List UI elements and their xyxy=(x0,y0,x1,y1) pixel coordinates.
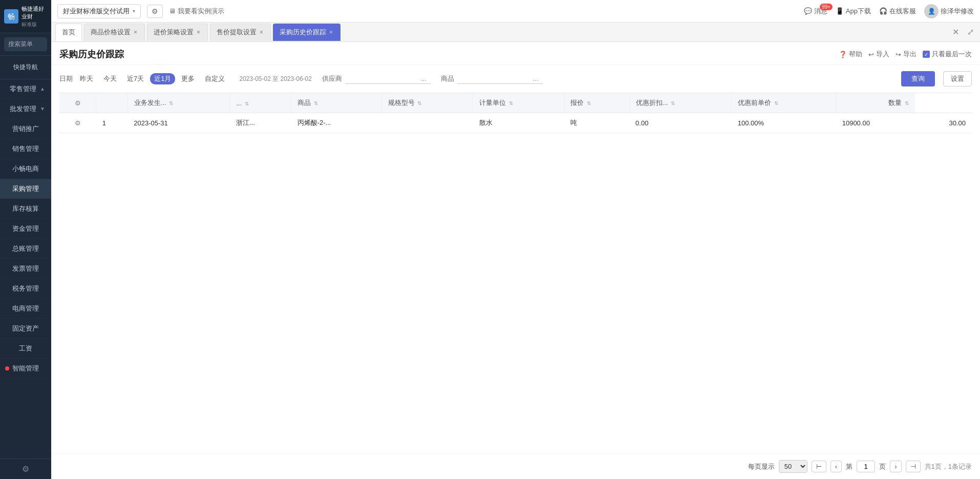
version-selector[interactable]: 好业财标准版交付试用 ▾ xyxy=(57,4,141,18)
sidebar-item-tax[interactable]: 税务管理 xyxy=(0,279,51,299)
row-quantity: 30.00 xyxy=(915,113,972,133)
goods-filter-group: 商品 ... xyxy=(441,74,543,84)
tab-purchase-history[interactable]: 采购历史价跟踪 × xyxy=(273,24,340,41)
tab-close-icon[interactable]: × xyxy=(196,29,201,36)
sort-icon: ⇅ xyxy=(245,101,249,106)
last-page-button[interactable]: ⊣ xyxy=(906,461,921,472)
pagination: 每页显示 50 10 20 100 ⊢ ‹ 第 页 › ⊣ 共1页，1条记录 xyxy=(51,453,980,479)
supplier-input[interactable] xyxy=(347,75,419,82)
tab-purchase-strategy-label: 进价策略设置 xyxy=(154,28,194,37)
per-page-select[interactable]: 50 10 20 100 xyxy=(779,460,807,473)
user-menu-button[interactable]: 👤 徐泽华修改 xyxy=(924,4,974,18)
table-area: ⚙ 业务发生... ⇅ ... ⇅ 商品 ⇅ xyxy=(51,93,980,453)
tab-purchase-strategy[interactable]: 进价策略设置 × xyxy=(147,24,208,41)
table-header-row: ⚙ 业务发生... ⇅ ... ⇅ 商品 ⇅ xyxy=(59,93,972,113)
row-supplier: 浙江... xyxy=(230,113,291,133)
online-service-button[interactable]: 🎧 在线客服 xyxy=(879,7,916,16)
table-header-discount[interactable]: 优惠折扣... ⇅ xyxy=(629,93,732,113)
goods-dots-button[interactable]: ... xyxy=(531,75,541,82)
sidebar-item-inventory[interactable]: 库存核算 xyxy=(0,199,51,219)
table-header-quantity[interactable]: 数量 ⇅ xyxy=(836,93,915,113)
table-header-unit[interactable]: 计量单位 ⇅ xyxy=(473,93,564,113)
date-btn-custom[interactable]: 自定义 xyxy=(201,73,229,84)
sidebar-item-ecommerce[interactable]: 电商管理 xyxy=(0,299,51,319)
tab-close-icon[interactable]: × xyxy=(133,29,138,36)
table-header-price[interactable]: 报价 ⇅ xyxy=(564,93,629,113)
sidebar-item-invoice[interactable]: 发票管理 xyxy=(0,259,51,279)
app-download-label: App下载 xyxy=(846,7,871,16)
sidebar-quicknav-area[interactable]: 快捷导航 xyxy=(0,56,51,79)
topbar-settings-button[interactable]: ⚙ xyxy=(147,5,163,18)
sidebar-search-area[interactable]: 搜索菜单 xyxy=(0,33,51,56)
next-page-button[interactable]: › xyxy=(890,461,901,472)
search-menu-button[interactable]: 搜索菜单 xyxy=(4,37,47,51)
sidebar-item-sales[interactable]: 销售管理 xyxy=(0,139,51,159)
table-header-date[interactable]: 业务发生... ⇅ xyxy=(127,93,230,113)
demo-label: 我要看实例演示 xyxy=(178,7,224,16)
sort-icon: ⇅ xyxy=(509,100,513,106)
table-header-date-label: 业务发生... xyxy=(134,99,166,106)
demo-link[interactable]: 🖥 我要看实例演示 xyxy=(169,7,224,16)
tab-close-icon[interactable]: × xyxy=(328,29,334,36)
chevron-down-icon: ▾ xyxy=(133,8,135,14)
row-gear[interactable]: ⚙ xyxy=(59,113,96,133)
prev-page-button[interactable]: ‹ xyxy=(830,461,842,472)
version-label: 好业财标准版交付试用 xyxy=(63,7,130,16)
date-btn-7days[interactable]: 近7天 xyxy=(123,73,148,84)
app-download-button[interactable]: 📱 App下载 xyxy=(836,7,871,16)
sidebar-item-marketing[interactable]: 营销推广 xyxy=(0,119,51,139)
close-button[interactable]: ✕ xyxy=(950,26,961,38)
chevron-icon: ▼ xyxy=(40,106,45,112)
sidebar-item-finance[interactable]: 资金管理 xyxy=(0,219,51,239)
tab-close-icon[interactable]: × xyxy=(259,29,264,36)
table-header-pre-discount-price[interactable]: 优惠前单价 ⇅ xyxy=(732,93,836,113)
sidebar-item-fixed-assets[interactable]: 固定资产 xyxy=(0,319,51,339)
sort-icon: ⇅ xyxy=(774,100,778,106)
only-last-checkbox[interactable]: ✓ 只看最后一次 xyxy=(923,50,972,59)
sort-icon: ⇅ xyxy=(314,100,318,106)
sidebar-item-purchase[interactable]: 采购管理 xyxy=(0,179,51,199)
row-price-unit: 吨 xyxy=(564,113,629,133)
date-range-display: 2023-05-02 至 2023-06-02 xyxy=(239,75,311,83)
logo-title: 畅捷通好业财 xyxy=(22,5,47,21)
help-button[interactable]: ❓ 帮助 xyxy=(839,50,862,59)
date-btn-yesterday[interactable]: 昨天 xyxy=(76,73,97,84)
table-header-gear[interactable]: ⚙ xyxy=(59,93,96,113)
page-number-input[interactable] xyxy=(857,461,875,472)
sidebar-item-smart[interactable]: 智能管理 xyxy=(0,359,51,379)
sidebar-item-general-ledger[interactable]: 总账管理 xyxy=(0,239,51,259)
tab-goods-price[interactable]: 商品价格设置 × xyxy=(84,24,145,41)
page-label: 页 xyxy=(879,462,886,471)
message-icon: 💬 xyxy=(804,7,812,15)
maximize-button[interactable]: ⤢ xyxy=(965,26,976,38)
tab-sale-price[interactable]: 售价提取设置 × xyxy=(210,24,271,41)
import-button[interactable]: ↩ 导入 xyxy=(868,50,889,59)
message-button[interactable]: 💬 消息 99+ xyxy=(804,7,827,16)
filter-settings-button[interactable]: 设置 xyxy=(943,71,972,86)
quick-nav-button[interactable]: 快捷导航 xyxy=(4,60,47,75)
date-filter-label: 日期 xyxy=(59,74,73,83)
tab-home[interactable]: 首页 xyxy=(55,24,82,41)
row-discount: 100.00% xyxy=(732,113,836,133)
sidebar-settings-button[interactable]: ⚙ xyxy=(22,464,29,474)
query-button[interactable]: 查询 xyxy=(901,71,935,86)
action-buttons: 查询 设置 xyxy=(901,71,972,86)
sidebar-item-wholesale[interactable]: 批发管理 ▼ xyxy=(0,99,51,119)
date-btn-today[interactable]: 今天 xyxy=(99,73,121,84)
date-btn-1month[interactable]: 近1月 xyxy=(150,73,175,84)
row-unit: 散水 xyxy=(473,113,564,133)
table-header-spec[interactable]: 规格型号 ⇅ xyxy=(381,93,473,113)
import-icon: ↩ xyxy=(868,51,874,58)
date-btn-more[interactable]: 更多 xyxy=(177,73,199,84)
sidebar-item-ecommerce-small[interactable]: 小畅电商 xyxy=(0,159,51,179)
table-header-dots[interactable]: ... ⇅ xyxy=(230,93,291,113)
goods-input[interactable] xyxy=(459,75,531,82)
user-name: 徐泽华修改 xyxy=(941,7,974,16)
goods-input-wrap: ... xyxy=(457,74,543,84)
supplier-dots-button[interactable]: ... xyxy=(419,75,429,82)
sidebar-item-retail[interactable]: 零售管理 ▲ xyxy=(0,79,51,99)
sidebar-item-payroll[interactable]: 工资 xyxy=(0,339,51,359)
table-header-goods[interactable]: 商品 ⇅ xyxy=(291,93,382,113)
export-button[interactable]: ↪ 导出 xyxy=(896,50,917,59)
first-page-button[interactable]: ⊢ xyxy=(812,461,826,472)
